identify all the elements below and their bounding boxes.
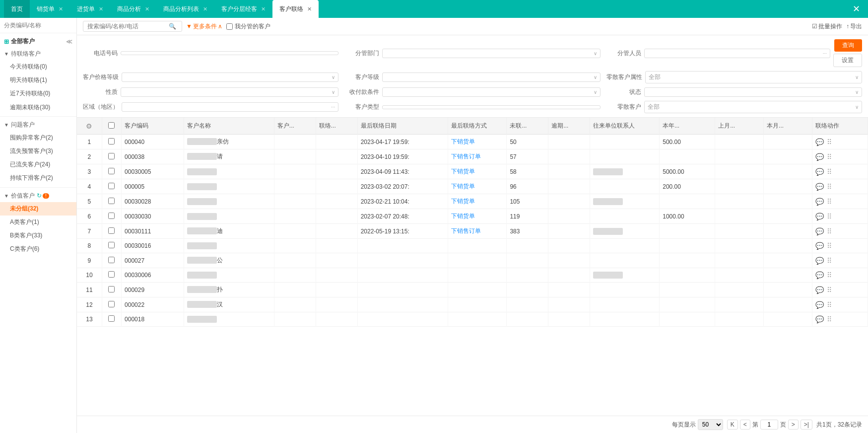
sidebar-group-value[interactable]: ▼ 价值客户 ↻ ! [0,190,76,202]
tab-customer-segment[interactable]: 客户分层经客 ✕ [214,0,272,18]
page-size-select[interactable]: 50 100 200 [698,419,723,430]
tab-product-analysis[interactable]: 商品分析 ✕ [110,0,156,18]
filter-search-input[interactable] [87,23,167,30]
filter-my-customers[interactable]: 我分管的客户 [226,22,270,31]
all-customers-title[interactable]: ⊞ 全部客户 ≪ [0,33,76,48]
message-icon[interactable]: 💬 [815,286,824,294]
tab-purchase-close[interactable]: ✕ [99,6,103,12]
th-this-month[interactable]: 本月... [764,118,812,135]
message-icon[interactable]: 💬 [815,213,824,220]
th-type[interactable]: 客户... [274,118,316,135]
tab-product-analysis-list[interactable]: 商品分析列表 ✕ [156,0,214,18]
search-button[interactable]: 查询 [834,39,862,52]
row-checkbox[interactable] [108,168,115,174]
window-close-button[interactable]: ✕ [849,3,864,14]
message-icon[interactable]: 💬 [815,198,824,206]
row-checkbox[interactable] [108,301,115,307]
last-page-button[interactable]: >| [801,420,812,430]
message-icon[interactable]: 💬 [815,271,824,279]
filter-customer-level-select[interactable]: ∨ [382,72,600,82]
row-checkbox[interactable] [108,227,115,234]
tab-customer-segment-close[interactable]: ✕ [261,6,266,12]
message-icon[interactable]: 💬 [815,301,824,309]
row-checkbox[interactable] [108,138,115,144]
filter-manager-select[interactable]: ··· [644,49,830,58]
filter-customer-type-select[interactable] [382,105,600,109]
sidebar-item-ungroup[interactable]: 未分组(32) [0,202,76,216]
batch-action-button[interactable]: ☑ 批量操作 [812,22,842,31]
row-checkbox[interactable] [108,153,115,159]
sidebar-collapse-button[interactable]: ≪ [66,38,72,45]
filter-retail-customer-select[interactable]: 全部 ∨ [644,101,862,113]
next-page-button[interactable]: > [788,420,799,430]
filter-search-icon[interactable]: 🔍 [169,23,176,30]
sidebar-item-overdue-pending[interactable]: 逾期未联络(30) [0,101,76,114]
row-checkbox[interactable] [108,315,115,322]
page-number-input[interactable] [760,420,778,430]
filter-status-select[interactable]: ∨ [644,87,862,97]
message-icon[interactable]: 💬 [815,257,824,265]
th-name[interactable]: 客户名称 [184,118,274,135]
more-icon[interactable]: ⠿ [827,183,832,191]
row-checkbox[interactable] [108,242,115,248]
row-checkbox[interactable] [108,286,115,292]
more-icon[interactable]: ⠿ [827,138,832,146]
filter-nature-select[interactable]: ∨ [121,87,338,97]
message-icon[interactable]: 💬 [815,315,824,323]
message-icon[interactable]: 💬 [815,168,824,176]
filter-dept-select[interactable]: ∨ [382,49,600,58]
tab-home[interactable]: 首页 [4,0,30,18]
export-button[interactable]: ↑ 导出 [846,22,862,31]
refresh-icon[interactable]: ↻ [37,192,42,199]
th-this-year[interactable]: 本年... [660,118,715,135]
tab-product-analysis-list-close[interactable]: ✕ [203,6,207,12]
message-icon[interactable]: 💬 [815,227,824,235]
more-icon[interactable]: ⠿ [827,242,832,250]
my-customers-checkbox[interactable] [226,23,233,30]
reset-button[interactable]: 设置 [833,54,862,67]
th-contact[interactable]: 联络... [316,118,357,135]
th-not-contact[interactable]: 未联... [507,118,548,135]
th-overdue[interactable]: 逾期... [548,118,590,135]
last-way-link[interactable]: 下销售订单 [451,227,481,234]
last-way-link[interactable]: 下销货单 [451,183,475,190]
message-icon[interactable]: 💬 [815,153,824,161]
sidebar-search-input[interactable] [4,22,77,29]
filter-payment-select[interactable]: ∨ [382,87,600,97]
row-checkbox[interactable] [108,183,115,189]
tab-purchase[interactable]: 进货单 ✕ [70,0,110,18]
more-icon[interactable]: ⠿ [827,286,832,294]
more-icon[interactable]: ⠿ [827,198,832,206]
th-code[interactable]: 客户编码 [122,118,184,135]
last-way-link[interactable]: 下销货单 [451,198,475,205]
last-way-link[interactable]: 下销售订单 [451,153,481,160]
more-icon[interactable]: ⠿ [827,213,832,220]
more-icon[interactable]: ⠿ [827,168,832,176]
filter-retail-attr-select[interactable]: 全部 ∨ [645,71,862,83]
row-checkbox[interactable] [108,271,115,278]
filter-price-level-select[interactable]: ∨ [122,72,338,82]
tab-product-analysis-close[interactable]: ✕ [145,6,149,12]
more-icon[interactable]: ⠿ [827,153,832,161]
more-icon[interactable]: ⠿ [827,315,832,323]
filter-region-select[interactable]: ··· [122,102,338,112]
more-icon[interactable]: ⠿ [827,227,832,235]
sidebar-item-declining[interactable]: 持续下滑客户(2) [0,171,76,185]
last-way-link[interactable]: 下销货单 [451,168,475,175]
tab-customer-contact[interactable]: 客户联络 ✕ [272,0,319,18]
sidebar-item-class-a[interactable]: A类客户(1) [0,216,76,229]
th-partner[interactable]: 往来单位联系人 [590,118,660,135]
sidebar-item-churn-warning[interactable]: 流失预警客户(3) [0,144,76,158]
row-checkbox[interactable] [108,213,115,219]
tab-sales[interactable]: 销货单 ✕ [30,0,70,18]
th-last-date[interactable]: 最后联络日期 [357,118,448,135]
sidebar-group-problem[interactable]: ▼ 问题客户 [0,119,76,131]
row-checkbox[interactable] [108,257,115,263]
sidebar-item-class-b[interactable]: B类客户(33) [0,229,76,242]
more-icon[interactable]: ⠿ [827,271,832,279]
row-checkbox[interactable] [108,198,115,204]
more-icon[interactable]: ⠿ [827,257,832,265]
tab-customer-contact-close[interactable]: ✕ [307,6,312,12]
select-all-checkbox[interactable] [108,122,115,129]
last-way-link[interactable]: 下销货单 [451,138,475,145]
